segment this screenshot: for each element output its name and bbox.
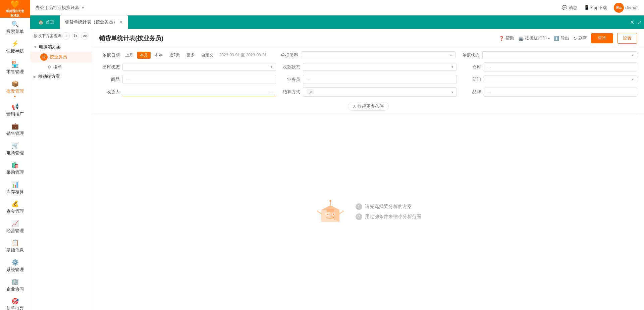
doc-type-select[interactable]: ▾ [301,51,456,59]
sidebar-item-basic-info[interactable]: 📋 基础信息 [0,237,30,256]
sidebar-item-wholesale[interactable]: 📦 批发管理 ▲ [0,78,30,100]
order-scheme-icon: ⚙ [48,65,51,69]
tag-close-icon[interactable]: × [310,90,312,94]
collapse-filter-btn[interactable]: ∧ 收起更多条件 [348,102,389,111]
payment-select[interactable]: × ▾ [303,87,457,97]
receipt-status-filter: ▾ [303,63,457,71]
out-status-select[interactable]: ▾ [122,63,276,71]
message-icon: 💬 [562,5,567,10]
receiver-input[interactable]: ··· [122,88,276,96]
sales-icon: 💼 [11,122,19,130]
tab-home[interactable]: 🏠 首页 [33,15,60,29]
goods-select[interactable]: ··· [122,75,276,84]
refresh-btn[interactable]: ↻ 刷新 [573,35,587,41]
main-content: 办公用品行业模拟账套 ▾ 💬 消息 📱 App下载 Ea demo2 🏠 首页 [30,0,644,310]
date-tab-custom[interactable]: 自定义 [199,52,216,59]
tree-item-label-mobile: 移动端方案 [38,73,60,80]
left-panel-title: 按以下方案查询 [34,33,62,39]
chevron-down-icon-3: ▾ [271,65,272,69]
marketing-icon: 📢 [11,103,19,110]
inventory-icon: 📊 [11,181,19,188]
help-label: 帮助 [505,35,514,41]
warehouse-select[interactable]: ··· [484,62,637,71]
sidebar-item-search-menu[interactable]: 🔍 搜索菜单 [0,18,30,37]
user-profile[interactable]: Ea demo2 [614,3,639,13]
topbar-left: 办公用品行业模拟账套 ▾ [36,5,84,11]
help-icon: ❓ [499,36,504,41]
export-btn[interactable]: ⬇️ 导出 [554,35,569,41]
tabbar-actions: ✕ ⤢ [630,19,641,25]
dept-label: 部门 [460,76,484,83]
collapse-icon: ∧ [353,104,356,109]
sidebar-item-newcomer[interactable]: 🎯 新手引导 [0,295,30,310]
receipt-status-select[interactable]: ▾ [303,63,457,71]
brand-select[interactable]: ··· [484,88,637,97]
query-button[interactable]: 查询 [591,33,613,43]
empty-tip-1: 1 请先选择要分析的方案 [356,203,421,210]
settings-button[interactable]: 设置 [617,33,637,44]
tab-close-icon[interactable]: ✕ [119,20,123,24]
basic-info-icon: 📋 [11,239,19,247]
tab-expand-btn[interactable]: ⤢ [637,19,641,25]
empty-tip-2: 2 用过滤条件来缩小分析范围 [356,213,421,220]
sidebar-item-marketing[interactable]: 📢 营销推广 [0,100,30,120]
app-download-label: App下载 [591,5,607,11]
chevron-down-icon: ▾ [450,53,452,57]
tab-close-btn[interactable]: ✕ [630,19,634,25]
export-icon: ⬇️ [554,36,559,41]
sidebar-item-label: 库存核算 [6,189,24,195]
tree-child-salesperson[interactable]: 按 按业务员 [30,52,92,62]
app-logo: 🧡 畅捷通好生意 标准版 [0,0,30,18]
tree-grandchild-order[interactable]: ⚙ 按单 [30,62,92,72]
sidebar-item-inventory[interactable]: 📊 库存核算 [0,178,30,198]
tree-item-desktop[interactable]: ▼ 电脑端方案 [30,42,92,52]
date-tab-last-month[interactable]: 上月 [122,52,136,59]
date-tab-this-month[interactable]: 本月 [137,52,151,59]
dept-filter: ▾ [484,75,637,83]
dept-select[interactable]: ▾ [484,75,637,83]
empty-tips: 1 请先选择要分析的方案 2 用过滤条件来缩小分析范围 [356,203,421,220]
salesperson-select[interactable]: ··· [303,75,457,84]
sidebar-item-enterprise[interactable]: 🏢 企业协同 [0,275,30,295]
chevron-down-icon-5: ▾ [632,78,634,81]
sidebar-item-finance[interactable]: 💰 资金管理 [0,198,30,217]
logo-icon: 🧡 [10,0,19,9]
sidebar-item-quick-nav[interactable]: ⚡ 快捷导航 [0,37,30,57]
help-btn[interactable]: ❓ 帮助 [499,35,514,41]
tree-arrow-desktop: ▼ [34,45,37,49]
empty-illustration [315,196,345,227]
empty-content: 1 请先选择要分析的方案 2 用过滤条件来缩小分析范围 [315,196,421,227]
collapse-panel-btn[interactable]: ≪ [81,32,89,40]
sidebar-item-system[interactable]: ⚙️ 系统管理 [0,256,30,275]
sidebar-item-operations[interactable]: 📈 经营管理 [0,217,30,237]
filter-row-2: 出库状态 ▾ 收款状态 ▾ 仓库 [99,62,637,71]
box-svg [315,196,345,226]
refresh-scheme-btn[interactable]: ↻ [72,32,79,40]
sidebar-item-ecommerce[interactable]: 🛒 电商管理 [0,139,30,159]
tree-arrow-mobile: ▶ [34,75,36,79]
out-status-filter: ▾ [122,63,276,71]
message-btn[interactable]: 💬 消息 [562,5,577,11]
tab-sales-stat[interactable]: 销货单统计表（按业务员） ✕ [60,15,128,29]
date-tab-more[interactable]: 更多 [184,52,197,59]
date-tab-this-year[interactable]: 本年 [152,52,165,59]
tree-item-mobile[interactable]: ▶ 移动端方案 [30,72,92,81]
sidebar-item-sales[interactable]: 💼 销售管理 [0,120,30,139]
date-tab-7days[interactable]: 近7天 [167,52,182,59]
refresh-label: 刷新 [578,35,587,41]
sidebar-item-retail[interactable]: 🏪 零售管理 [0,58,30,78]
add-scheme-btn[interactable]: + [62,32,70,40]
tip-num-2: 2 [356,213,362,220]
app-download-btn[interactable]: 📱 App下载 [584,5,607,11]
chevron-up-icon: ▲ [13,94,16,98]
sidebar-item-label: 经营管理 [6,228,24,234]
doc-status-select[interactable]: ▾ [482,51,637,59]
topbar-dropdown-icon[interactable]: ▾ [82,5,84,10]
svg-point-6 [326,213,328,215]
filter-row-1: 单据日期 上月 本月 本年 近7天 更多 自定义 2023-03-01 至 20… [99,51,637,59]
sidebar-item-purchase[interactable]: 🛍️ 采购管理 [0,159,30,178]
print-btn[interactable]: 🖨️ 按模板打印 ▾ [518,35,550,41]
page-header: 销货单统计表(按业务员) ❓ 帮助 🖨️ 按模板打印 ▾ ⬇️ 导出 [92,29,644,48]
purchase-icon: 🛍️ [11,161,19,169]
warehouse-label: 仓库 [460,64,484,70]
